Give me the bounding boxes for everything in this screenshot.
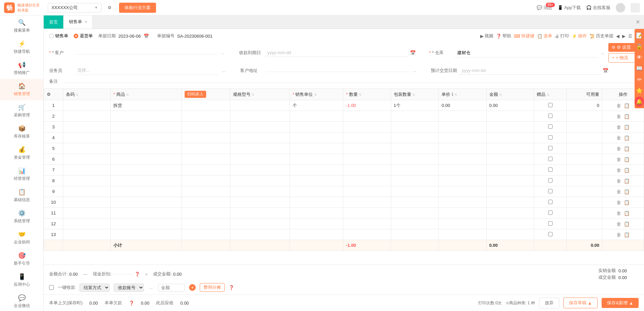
cell-product[interactable] <box>111 208 182 219</box>
cell-qty[interactable] <box>343 229 391 240</box>
cell-price[interactable] <box>439 219 487 229</box>
delete-icon[interactable]: 🗑 <box>616 124 621 130</box>
cell-unit[interactable] <box>290 176 343 186</box>
sidebar-item-marketing[interactable]: 📢 营销推广 <box>0 58 43 79</box>
product-type[interactable]: ⊙商品种类: 1 种 <box>506 300 535 306</box>
cell-unit[interactable] <box>290 132 343 143</box>
message-btn[interactable]: 💬 消息 99+ <box>537 5 552 11</box>
operate-btn[interactable]: ⚡ 操作 <box>572 33 587 39</box>
cell-amount[interactable] <box>486 219 534 229</box>
sidebar-item-wechat[interactable]: 💬 企业微信 <box>0 291 43 311</box>
expected-date-calendar-icon[interactable]: 📅 <box>603 68 608 73</box>
list-view-btn[interactable]: ☰ <box>628 34 632 39</box>
copy-icon[interactable]: 📋 <box>624 189 630 194</box>
cell-qty[interactable] <box>343 165 391 176</box>
cell-amount[interactable] <box>486 154 534 165</box>
cell-qty[interactable]: -1.00 <box>343 100 391 111</box>
cell-unit[interactable] <box>290 197 343 208</box>
user-dropdown[interactable] <box>631 3 640 12</box>
delete-icon[interactable]: 🗑 <box>616 135 621 141</box>
cell-spec[interactable] <box>230 111 290 122</box>
arrears-help-icon[interactable]: ❓ <box>129 301 134 306</box>
logistics-float-btn[interactable]: + + 物流 <box>608 53 639 63</box>
print-btn[interactable]: 🖨 打印 <box>555 33 569 39</box>
cell-product[interactable] <box>111 165 182 176</box>
cell-product[interactable] <box>111 219 182 229</box>
cell-pkg-qty[interactable]: 1个 <box>391 100 439 111</box>
video-btn[interactable]: ▶ 视频 <box>480 33 493 39</box>
cell-spec[interactable] <box>230 132 290 143</box>
sort-qty-icon[interactable]: ⇅ <box>359 93 362 96</box>
cell-gift[interactable] <box>534 165 567 176</box>
cell-qty[interactable] <box>343 143 391 154</box>
cell-spec[interactable] <box>230 100 290 111</box>
cell-spec[interactable] <box>230 176 290 186</box>
save-new-btn[interactable]: 保存&新增 ▲ <box>602 298 639 308</box>
rp-star-icon[interactable]: ⭐ <box>635 85 644 96</box>
cell-pkg-qty[interactable] <box>391 208 439 219</box>
cell-amount[interactable] <box>486 229 534 240</box>
cell-spec[interactable] <box>230 186 290 197</box>
settings-float-btn[interactable]: ⚙ ⚙ 设置 <box>608 43 639 52</box>
select-order-btn[interactable]: 📋 选单 <box>537 33 552 39</box>
sidebar-item-enterprise[interactable]: 🤝 企业协同 <box>0 227 43 248</box>
sidebar-item-purchase[interactable]: 🛒 采购管理 <box>0 100 43 121</box>
cell-amount[interactable] <box>486 132 534 143</box>
scan-btn[interactable]: 扫码录入 <box>185 91 206 98</box>
copy-icon[interactable]: 📋 <box>624 232 630 237</box>
cell-barcode[interactable] <box>63 208 111 219</box>
cell-gift[interactable] <box>534 186 567 197</box>
nav-prev-btn[interactable]: ◀ <box>616 34 619 39</box>
sort-price-icon[interactable]: ⇅ <box>454 93 457 96</box>
cell-amount[interactable] <box>486 122 534 132</box>
settings-icon-btn[interactable]: ⚙ <box>104 2 115 13</box>
cell-amount[interactable] <box>486 176 534 186</box>
delete-icon[interactable]: 🗑 <box>616 210 621 216</box>
cell-product[interactable] <box>111 111 182 122</box>
cell-qty[interactable] <box>343 186 391 197</box>
cell-price[interactable] <box>439 197 487 208</box>
cell-gift[interactable] <box>534 111 567 122</box>
cell-spec[interactable] <box>230 229 290 240</box>
cell-barcode[interactable] <box>63 122 111 132</box>
cell-price[interactable] <box>439 143 487 154</box>
cell-amount[interactable] <box>486 143 534 154</box>
delete-icon[interactable]: 🗑 <box>616 167 621 173</box>
cell-product[interactable] <box>111 176 182 186</box>
copy-icon[interactable]: 📋 <box>624 210 630 216</box>
warehouse-input[interactable]: 建材仓 <box>455 48 598 57</box>
customer-more-btn[interactable]: ... <box>220 50 226 55</box>
expense-help-icon[interactable]: ❓ <box>229 285 234 290</box>
cell-pkg-qty[interactable] <box>391 143 439 154</box>
th-settings[interactable]: ⚙ <box>44 89 63 100</box>
delete-icon[interactable]: 🗑 <box>616 232 621 237</box>
sort-gift-icon[interactable]: ⇅ <box>547 93 550 96</box>
cell-unit[interactable] <box>290 208 343 219</box>
rp-note-icon[interactable]: 📝 <box>635 30 644 41</box>
cell-gift[interactable] <box>534 100 567 111</box>
delete-icon[interactable]: 🗑 <box>616 157 621 162</box>
help-btn[interactable]: ❓ 帮助 <box>496 33 511 39</box>
cell-barcode[interactable] <box>63 111 111 122</box>
cell-pkg-qty[interactable] <box>391 186 439 197</box>
cell-product[interactable] <box>111 186 182 197</box>
cell-pkg-qty[interactable] <box>391 111 439 122</box>
cell-amount[interactable]: 0.00 <box>486 100 534 111</box>
cell-gift[interactable] <box>534 219 567 229</box>
salesperson-more-btn[interactable]: ... <box>221 68 227 73</box>
shortcut-btn[interactable]: ⌨ 快捷键 <box>514 33 534 39</box>
customer-address-input[interactable] <box>266 69 410 72</box>
cell-unit[interactable] <box>290 154 343 165</box>
cell-gift[interactable] <box>534 229 567 240</box>
cell-unit[interactable] <box>290 122 343 132</box>
cell-barcode[interactable] <box>63 176 111 186</box>
cell-price[interactable] <box>439 208 487 219</box>
sort-unit-icon[interactable]: ⇅ <box>314 93 317 96</box>
delete-icon[interactable]: 🗑 <box>616 114 621 119</box>
radio-sales-order[interactable]: 销售单 <box>49 33 68 39</box>
cell-pkg-qty[interactable] <box>391 154 439 165</box>
cell-price[interactable] <box>439 154 487 165</box>
cell-pkg-qty[interactable] <box>391 197 439 208</box>
tab-sales-order[interactable]: 销售单 × <box>64 15 93 29</box>
company-selector[interactable]: XXXXXX公司 ▼ <box>48 3 102 12</box>
